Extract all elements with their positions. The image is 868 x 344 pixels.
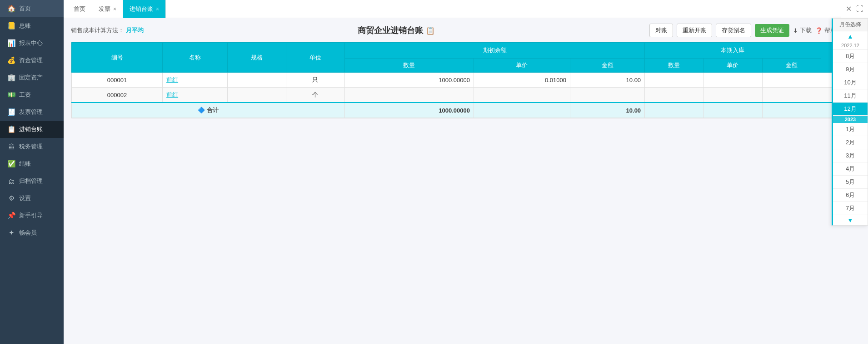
sidebar-item-invoice[interactable]: 🧾 发票管理 xyxy=(0,103,64,121)
sidebar-label-ledger: 总账 xyxy=(19,22,31,30)
sidebar-item-archive[interactable]: 🗂 归档管理 xyxy=(0,172,64,190)
sidebar-item-guide[interactable]: 📌 新手引导 xyxy=(0,207,64,224)
months-2022-list: 8月9月10月11月12月 xyxy=(833,50,868,116)
cell-in-qty xyxy=(645,73,703,88)
tab-close-stockledger[interactable]: × xyxy=(156,6,159,12)
cell-begin-price: 0.01000 xyxy=(474,73,570,88)
sidebar-label-home: 首页 xyxy=(19,5,31,13)
col-group-begin: 期初余额 xyxy=(345,43,645,59)
sidebar-label-guide: 新手引导 xyxy=(19,211,43,220)
month-item[interactable]: 6月 xyxy=(833,189,868,202)
col-name: 名称 xyxy=(163,43,227,73)
save-alias-button[interactable]: 存货别名 xyxy=(716,24,751,37)
table-row: 000002 前红 个 xyxy=(72,88,860,103)
table-total-row: 🔷合计 1000.00000 10.00 xyxy=(72,103,860,118)
cell-code: 000001 xyxy=(72,73,163,88)
sidebar-item-ledger[interactable]: 📒 总账 xyxy=(0,17,64,34)
cell-name: 前红 xyxy=(163,88,227,103)
page-header: 销售成本计算方法： 月平均 商贸企业进销台账 📋 对账 重新开账 存货别名 生成… xyxy=(71,24,861,37)
month-item[interactable]: 5月 xyxy=(833,176,868,189)
tab-close-invoice[interactable]: × xyxy=(113,6,116,12)
cell-spec xyxy=(227,73,286,88)
month-item[interactable]: 2月 xyxy=(833,136,868,149)
month-item[interactable]: 1月 xyxy=(833,123,868,136)
sidebar-item-stockledger[interactable]: 📋 进销台账 xyxy=(0,121,64,138)
sidebar-item-member[interactable]: ✦ 畅会员 xyxy=(0,224,64,241)
sidebar-item-tax[interactable]: 🏛 税务管理 xyxy=(0,138,64,155)
close-window-button[interactable]: ✕ xyxy=(846,5,852,13)
cell-in-price xyxy=(703,73,762,88)
month-item[interactable]: 11月 xyxy=(833,89,868,103)
month-panel: 月份选择 ▲ 2022.12 8月9月10月11月12月 2023 1月2月3月… xyxy=(832,18,868,226)
cell-begin-amount: 10.00 xyxy=(570,73,644,88)
col-begin-amount: 金额 xyxy=(570,59,644,73)
month-item[interactable]: 12月 xyxy=(833,103,868,116)
stock-table: 编号 名称 规格 单位 期初余额 本期入库 数 数量 单价 金额 数量 单价 xyxy=(71,42,860,118)
cell-spec xyxy=(227,88,286,103)
month-item[interactable]: 10月 xyxy=(833,76,868,89)
sidebar-item-funds[interactable]: 💰 资金管理 xyxy=(0,52,64,69)
month-item[interactable]: 7月 xyxy=(833,202,868,215)
table-row: 000001 前红 只 1000.00000 0.01000 10.00 xyxy=(72,73,860,88)
cell-in-amount xyxy=(762,73,821,88)
table-header-top: 编号 名称 规格 单位 期初余额 本期入库 数 xyxy=(72,43,860,59)
sidebar-icon-ledger: 📒 xyxy=(7,22,15,30)
sidebar-icon-home: 🏠 xyxy=(7,5,15,13)
page-title-icon: 📋 xyxy=(426,26,435,35)
col-spec: 规格 xyxy=(227,43,286,73)
sidebar-label-salary: 工资 xyxy=(19,91,31,99)
month-item[interactable]: 8月 xyxy=(833,50,868,63)
tab-label-stockledger: 进销台账 xyxy=(130,5,153,13)
table-body: 000001 前红 只 1000.00000 0.01000 10.00 000… xyxy=(72,73,860,118)
tab-invoice[interactable]: 发票 × xyxy=(92,0,123,18)
total-begin-price xyxy=(474,103,570,118)
total-begin-amount: 10.00 xyxy=(570,103,644,118)
page-title-text: 商贸企业进销台账 xyxy=(358,25,423,36)
sidebar-item-checkout[interactable]: ✅ 结账 xyxy=(0,155,64,172)
sidebar-label-assets: 固定资产 xyxy=(19,74,43,82)
cell-name: 前红 xyxy=(163,73,227,88)
cell-in-amount xyxy=(762,88,821,103)
col-begin-price: 单价 xyxy=(474,59,570,73)
sidebar-icon-salary: 💵 xyxy=(7,91,15,99)
sidebar-icon-invoice: 🧾 xyxy=(7,108,15,116)
cost-method-label: 销售成本计算方法： xyxy=(71,27,124,34)
sidebar-icon-funds: 💰 xyxy=(7,56,15,64)
reopen-button[interactable]: 重新开账 xyxy=(677,24,712,37)
sidebar-label-invoice: 发票管理 xyxy=(19,108,43,116)
tab-home[interactable]: 首页 xyxy=(67,0,92,18)
month-nav-down: ▼ xyxy=(833,215,868,225)
sidebar-label-funds: 资金管理 xyxy=(19,56,43,64)
sidebar-label-settings: 设置 xyxy=(19,194,31,202)
tabs-bar: 首页发票 ×进销台账 × xyxy=(64,0,868,18)
sidebar-icon-tax: 🏛 xyxy=(7,143,15,151)
stock-table-container: 编号 名称 规格 单位 期初余额 本期入库 数 数量 单价 金额 数量 单价 xyxy=(71,42,861,118)
sidebar-label-member: 畅会员 xyxy=(19,229,37,237)
sidebar-icon-stockledger: 📋 xyxy=(7,125,15,133)
reconcile-button[interactable]: 对账 xyxy=(649,24,673,37)
col-code: 编号 xyxy=(72,43,163,73)
month-item[interactable]: 4月 xyxy=(833,162,868,176)
sidebar-item-reports[interactable]: 📊 报表中心 xyxy=(0,34,64,52)
sidebar-item-home[interactable]: 🏠 首页 xyxy=(0,0,64,17)
sidebar-label-stockledger: 进销台账 xyxy=(19,125,43,133)
sidebar-item-assets[interactable]: 🏢 固定资产 xyxy=(0,69,64,86)
total-begin-qty: 1000.00000 xyxy=(345,103,474,118)
tab-stockledger[interactable]: 进销台账 × xyxy=(123,0,166,18)
sidebar-icon-archive: 🗂 xyxy=(7,177,15,185)
month-item[interactable]: 3月 xyxy=(833,149,868,162)
sidebar-item-settings[interactable]: ⚙ 设置 xyxy=(0,190,64,207)
help-icon: ❓ xyxy=(815,27,823,34)
maximize-window-button[interactable]: ⛶ xyxy=(856,5,863,13)
sidebar-icon-checkout: ✅ xyxy=(7,160,15,168)
month-nav-up-button[interactable]: ▲ xyxy=(847,33,853,40)
sidebar-item-salary[interactable]: 💵 工资 xyxy=(0,86,64,103)
generate-voucher-button[interactable]: 生成凭证 xyxy=(755,24,789,37)
cost-method-value: 月平均 xyxy=(126,27,144,34)
download-button[interactable]: ⬇ 下载 xyxy=(793,26,812,34)
sidebar: 🏠 首页📒 总账📊 报表中心💰 资金管理🏢 固定资产💵 工资🧾 发票管理📋 进销… xyxy=(0,0,64,344)
sidebar-icon-reports: 📊 xyxy=(7,39,15,47)
month-nav-down-button[interactable]: ▼ xyxy=(847,216,853,224)
col-in-amount: 金额 xyxy=(762,59,821,73)
month-item[interactable]: 9月 xyxy=(833,63,868,76)
